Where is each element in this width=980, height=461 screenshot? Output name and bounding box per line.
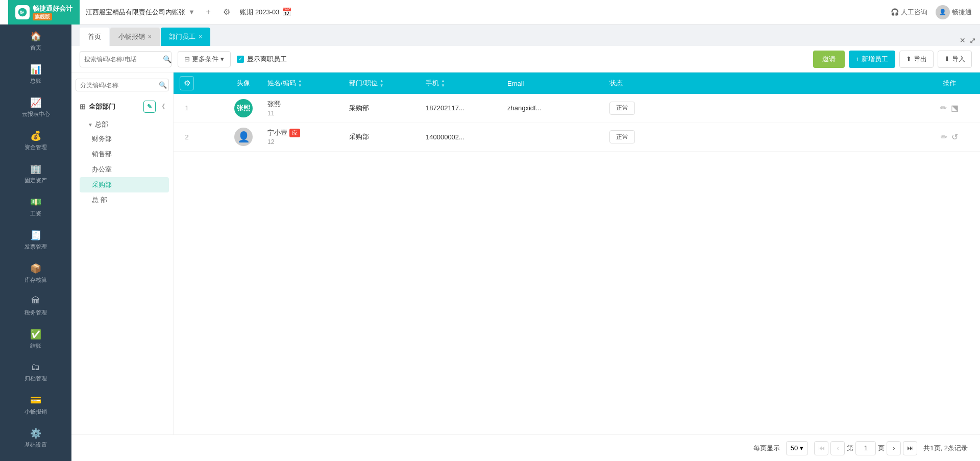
sidebar-item-reports[interactable]: 📈 云报表中心 — [0, 91, 71, 124]
page-input[interactable] — [855, 441, 876, 455]
sidebar-item-ledger[interactable]: 📊 总账 — [0, 58, 71, 91]
search-icon[interactable]: 🔍 — [163, 55, 172, 63]
sidebar-item-archive[interactable]: 🗂 归档管理 — [0, 356, 71, 389]
dept-search-box[interactable]: 🔍 — [76, 79, 169, 91]
filter-button[interactable]: ⊟ 更多条件 ▾ — [178, 51, 231, 67]
search-input[interactable] — [84, 56, 161, 63]
table-settings-icon[interactable]: ⚙ — [180, 76, 194, 90]
row1-email: zhangxidf... — [507, 104, 542, 112]
tree-arrow-hq: ▼ — [88, 122, 93, 128]
dept-item-hq[interactable]: 总 部 — [80, 192, 169, 208]
show-resign-checkbox[interactable]: ✓ 显示离职员工 — [237, 55, 287, 64]
row1-actions-cell: ✏ ⬔ — [919, 94, 980, 123]
dept-sort-icon[interactable]: ▲ ▼ — [380, 79, 384, 88]
import-button[interactable]: ⬇ 导入 — [938, 51, 972, 68]
th-settings[interactable]: ⚙ — [174, 72, 200, 94]
th-status: 状态 — [603, 72, 919, 94]
row2-dept: 采购部 — [349, 133, 369, 140]
th-phone[interactable]: 手机 ▲ ▼ — [420, 72, 501, 94]
sidebar-label-reports: 云报表中心 — [22, 110, 50, 118]
invoice-icon: 🧾 — [30, 230, 41, 241]
user-menu[interactable]: 👤 畅捷通 — [936, 5, 972, 19]
add-button[interactable]: ＋ — [201, 5, 215, 19]
export-button[interactable]: ⬆ 导出 — [899, 51, 934, 68]
all-departments[interactable]: ⊞ 全部部门 ✎ 《 — [76, 98, 169, 116]
window-maximize-icon[interactable]: ⤢ — [969, 36, 976, 45]
th-dept[interactable]: 部门/职位 ▲ ▼ — [343, 72, 420, 94]
company-selector[interactable]: 江西服宝精品有限责任公司内账张 ▼ — [86, 8, 195, 17]
row2-edit-icon[interactable]: ✏ — [941, 132, 947, 142]
sidebar-item-settings[interactable]: ⚙️ 基础设置 — [0, 422, 71, 455]
toolbar-right: 邀请 + 新增员工 ⬆ 导出 ⬇ 导入 — [813, 51, 972, 68]
user-name: 畅捷通 — [952, 8, 972, 17]
employee-table-area: ⚙ 头像 姓名/编码 ▲ — [174, 72, 980, 434]
page-first-button[interactable]: ⏮ — [814, 441, 828, 455]
dept-item-purchasing[interactable]: 采购部 — [80, 177, 169, 192]
dept-search-icon[interactable]: 🔍 — [159, 81, 167, 89]
sidebar-item-invoice[interactable]: 🧾 发票管理 — [0, 224, 71, 257]
row2-delete-icon[interactable]: ↺ — [951, 132, 958, 142]
tab-expense[interactable]: 小畅报销 × — [110, 28, 160, 46]
row1-edit-icon[interactable]: ✏ — [940, 103, 947, 113]
sidebar-label-close: 结账 — [30, 342, 41, 350]
inventory-icon: 📦 — [30, 263, 41, 274]
sidebar-item-home[interactable]: 🏠 首页 — [0, 25, 71, 58]
svg-text:好: 好 — [19, 10, 24, 15]
body-area: 🔍 ⊞ 全部部门 ✎ 《 ▼总部 — [71, 72, 980, 434]
phone-sort-icon[interactable]: ▲ ▼ — [441, 79, 445, 88]
row2-avatar-cell: 👤 — [226, 123, 261, 151]
tab-home[interactable]: 首页 — [80, 28, 109, 46]
per-page-select[interactable]: 50 ▾ — [786, 441, 808, 455]
avatar-icon: 👤 — [939, 9, 946, 15]
sidebar-item-funds[interactable]: 💰 资金管理 — [0, 124, 71, 157]
search-box[interactable]: 🔍 — [80, 51, 172, 67]
sidebar-item-guide[interactable]: 🎓 新手引导 — [0, 455, 71, 461]
row1-logout-icon[interactable]: ⬔ — [951, 103, 959, 113]
dept-item-sales[interactable]: 销售部 — [80, 147, 169, 162]
page-toolbar: 🔍 ⊟ 更多条件 ▾ ✓ 显示离职员工 邀请 + 新增员工 — [71, 46, 980, 72]
sidebar-item-close[interactable]: ✅ 结账 — [0, 323, 71, 356]
tab-expense-close[interactable]: × — [148, 33, 152, 40]
th-name[interactable]: 姓名/编码 ▲ ▼ — [261, 72, 343, 94]
add-employee-button[interactable]: + 新增员工 — [849, 51, 895, 68]
th-dept-label: 部门/职位 — [349, 79, 378, 88]
sidebar-label-ledger: 总账 — [30, 77, 41, 85]
service-button[interactable]: 🎧 人工咨询 — [891, 8, 927, 17]
calendar-icon[interactable]: 📅 — [282, 7, 292, 17]
tab-employees[interactable]: 部门员工 × — [161, 28, 210, 46]
funds-icon: 💰 — [30, 130, 41, 141]
sidebar-item-expense[interactable]: 💳 小畅报销 — [0, 389, 71, 422]
per-page-chevron-icon: ▾ — [800, 444, 803, 452]
page-prev-button[interactable]: ‹ — [830, 441, 845, 455]
dept-item-office[interactable]: 办公室 — [80, 162, 169, 177]
dept-item-finance[interactable]: 财务部 — [80, 131, 169, 147]
page-next-button[interactable]: › — [887, 441, 901, 455]
headset-icon: 🎧 — [891, 8, 899, 16]
sidebar-item-inventory[interactable]: 📦 库存核算 — [0, 257, 71, 290]
invite-button[interactable]: 邀请 — [813, 51, 845, 68]
dept-search-input[interactable] — [80, 82, 157, 89]
row2-name-cell: 宁小壹 应 12 — [261, 123, 343, 151]
import-label: 导入 — [952, 55, 965, 64]
dept-all-actions: ✎ 《 — [143, 101, 165, 113]
row1-status: 正常 — [609, 102, 635, 115]
period-area: 账期 2023-03 📅 — [240, 7, 292, 17]
name-sort-icon[interactable]: ▲ ▼ — [298, 79, 302, 88]
page-nav: ⏮ ‹ 第 页 › ⏭ — [814, 441, 917, 455]
page-word-label: 页 — [878, 444, 885, 453]
sidebar-label-invoice: 发票管理 — [24, 243, 47, 251]
settings-button[interactable]: ⚙ — [219, 5, 234, 19]
company-dropdown-icon[interactable]: ▼ — [188, 8, 195, 16]
th-avatar: 头像 — [226, 72, 261, 94]
sidebar-item-assets[interactable]: 🏢 固定资产 — [0, 157, 71, 190]
window-close-icon[interactable]: × — [960, 35, 965, 46]
edit-dept-button[interactable]: ✎ — [143, 101, 156, 113]
tab-employees-close[interactable]: × — [199, 33, 202, 40]
sidebar-item-payroll[interactable]: 💵 工资 — [0, 190, 71, 224]
page-last-button[interactable]: ⏭ — [903, 441, 917, 455]
dept-group-title-hq[interactable]: ▼总部 — [80, 118, 169, 131]
row2-name: 宁小壹 应 — [267, 128, 337, 137]
collapse-tree-button[interactable]: 《 — [159, 103, 165, 111]
filter-chevron-icon: ▾ — [220, 55, 224, 63]
sidebar-item-tax[interactable]: 🏛 税务管理 — [0, 290, 71, 323]
